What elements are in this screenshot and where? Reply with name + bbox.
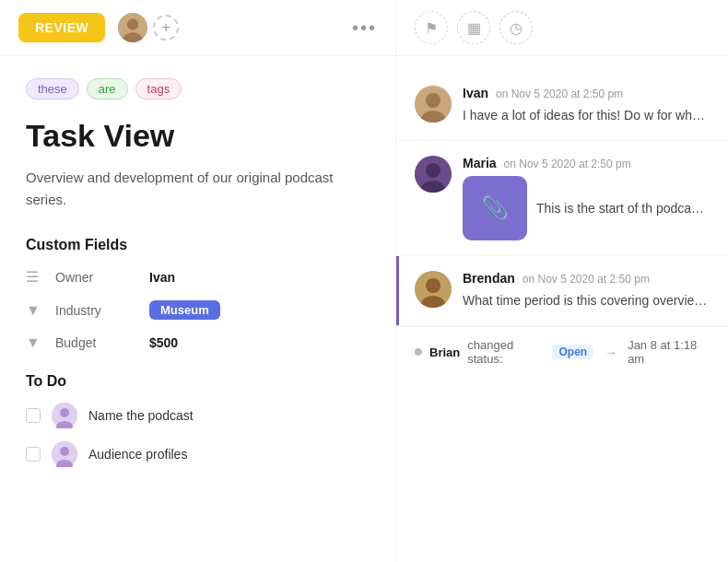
tag-these[interactable]: these: [26, 78, 79, 100]
comment-header-brendan: Brendan on Nov 5 2020 at 2:50 pm: [463, 271, 710, 286]
page-description: Overview and development of our original…: [26, 167, 370, 211]
tag-tags[interactable]: tags: [135, 78, 182, 100]
attachment-icon: 📎: [481, 195, 509, 221]
comment-header-ivan: Ivan on Nov 5 2020 at 2:50 pm: [463, 86, 710, 100]
comment-body-ivan: Ivan on Nov 5 2020 at 2:50 pm I have a l…: [463, 86, 710, 125]
avatar-group: +: [116, 11, 179, 44]
comment-author-ivan: Ivan: [463, 86, 488, 100]
todo-text-1: Name the podcast: [88, 408, 194, 423]
comment-text-brendan: What time period is this covering overvi…: [463, 291, 710, 310]
todo-text-2: Audience profiles: [88, 447, 187, 462]
todo-avatar-1: [52, 403, 77, 428]
custom-fields-title: Custom Fields: [26, 237, 370, 253]
budget-label: Budget: [55, 335, 138, 350]
comment-text-maria: This is the start of th podcast, let me …: [536, 199, 710, 218]
plus-icon: +: [162, 19, 170, 36]
comment-time-maria: on Nov 5 2020 at 2:50 pm: [504, 158, 631, 170]
field-industry-row: ▼ Industry Museum: [26, 300, 370, 320]
svg-point-4: [60, 408, 69, 417]
calendar-icon-button[interactable]: ▦: [457, 11, 490, 44]
avatar-maria: [415, 156, 452, 193]
status-open-badge: Open: [552, 345, 593, 359]
status-change-author: Brian: [429, 345, 460, 359]
status-change-time: Jan 8 at 1:18 am: [628, 338, 710, 366]
comment-ivan: Ivan on Nov 5 2020 at 2:50 pm I have a l…: [396, 71, 728, 141]
todo-item: Name the podcast: [26, 403, 370, 428]
svg-point-10: [426, 93, 440, 108]
status-dot: [415, 348, 422, 356]
budget-icon: ▼: [26, 334, 44, 351]
comment-text-ivan: I have a lot of ideas for this! Do w for…: [463, 106, 710, 125]
avatar-ivan: [415, 86, 452, 123]
industry-badge[interactable]: Museum: [149, 300, 220, 320]
more-options-button[interactable]: •••: [352, 18, 377, 39]
clock-icon-button[interactable]: ◷: [499, 11, 533, 44]
owner-label: Owner: [55, 270, 138, 285]
calendar-icon: ▦: [467, 19, 481, 37]
field-budget-row: ▼ Budget $500: [26, 334, 370, 351]
industry-label: Industry: [55, 303, 138, 318]
comment-body-brendan: Brendan on Nov 5 2020 at 2:50 pm What ti…: [463, 271, 710, 310]
comment-author-maria: Maria: [463, 156, 497, 170]
todo-item-2: Audience profiles: [26, 441, 370, 467]
avatar-face: [118, 13, 147, 42]
todo-title: To Do: [26, 373, 370, 390]
field-owner-row: ☰ Owner Ivan: [26, 268, 370, 286]
comment-maria: Maria on Nov 5 2020 at 2:50 pm 📎 This is…: [396, 141, 728, 256]
todo-section: To Do Name the podcast: [26, 373, 370, 467]
tag-are[interactable]: are: [87, 78, 128, 100]
todo-checkbox-2[interactable]: [26, 447, 41, 462]
svg-point-1: [127, 18, 138, 29]
todo-checkbox-1[interactable]: [26, 408, 41, 423]
status-change-action: changed status:: [467, 338, 545, 366]
svg-point-7: [60, 447, 69, 456]
flag-icon-button[interactable]: ⚑: [415, 11, 448, 44]
status-change-row: Brian changed status: Open → Jan 8 at 1:…: [396, 326, 728, 377]
comment-time-ivan: on Nov 5 2020 at 2:50 pm: [496, 88, 623, 100]
flag-icon: ⚑: [425, 19, 438, 37]
comment-body-maria: Maria on Nov 5 2020 at 2:50 pm 📎 This is…: [463, 156, 710, 240]
comment-attachment-row: 📎 This is the start of th podcast, let m…: [463, 176, 710, 240]
review-button[interactable]: REVIEW: [18, 13, 105, 42]
user-avatar: [116, 11, 149, 44]
avatar-brendan: [415, 271, 452, 308]
budget-value: $500: [149, 335, 178, 350]
comment-brendan: Brendan on Nov 5 2020 at 2:50 pm What ti…: [396, 256, 728, 326]
add-member-button[interactable]: +: [153, 15, 179, 41]
todo-avatar-2: [52, 441, 77, 467]
comment-header-maria: Maria on Nov 5 2020 at 2:50 pm: [463, 156, 710, 170]
clock-icon: ◷: [510, 19, 523, 37]
industry-icon: ▼: [26, 302, 44, 319]
left-panel: these are tags Task View Overview and de…: [0, 56, 396, 562]
owner-value: Ivan: [149, 270, 175, 285]
status-arrow-icon: →: [605, 345, 616, 359]
owner-icon: ☰: [26, 268, 44, 286]
tags-row: these are tags: [26, 78, 370, 100]
right-panel: Ivan on Nov 5 2020 at 2:50 pm I have a l…: [396, 56, 728, 562]
comment-time-brendan: on Nov 5 2020 at 2:50 pm: [523, 273, 650, 286]
attachment-thumbnail[interactable]: 📎: [463, 176, 527, 240]
svg-point-13: [426, 163, 440, 178]
comment-author-brendan: Brendan: [463, 271, 515, 286]
svg-point-16: [426, 278, 440, 293]
page-title: Task View: [26, 118, 370, 154]
